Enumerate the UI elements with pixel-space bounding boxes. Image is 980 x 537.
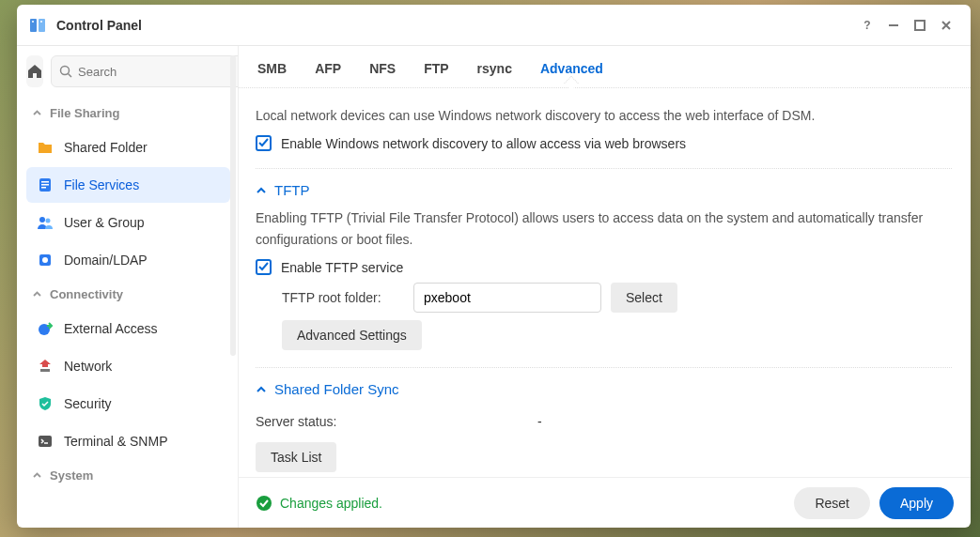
home-icon (26, 63, 43, 80)
chevron-up-icon (256, 185, 267, 196)
check-circle-icon (256, 495, 272, 512)
discovery-checkbox[interactable] (256, 135, 272, 151)
sync-title: Shared Folder Sync (274, 381, 399, 397)
svg-text:?: ? (863, 19, 870, 32)
sidebar-item-user-group[interactable]: User & Group (26, 205, 230, 240)
svg-rect-6 (915, 21, 925, 30)
svg-rect-10 (41, 184, 49, 186)
tab-smb[interactable]: SMB (256, 57, 288, 87)
sidebar-item-label: Network (64, 359, 112, 374)
section-header[interactable]: System (26, 461, 230, 490)
tftp-select-button[interactable]: Select (611, 283, 677, 313)
users-icon (36, 213, 54, 232)
sidebar-item-label: External Access (64, 321, 158, 336)
sync-section-header[interactable]: Shared Folder Sync (256, 368, 952, 407)
apply-button[interactable]: Apply (879, 487, 954, 519)
footer: Changes applied. Reset Apply (239, 477, 971, 528)
search-input[interactable] (78, 65, 236, 79)
close-button[interactable] (933, 12, 959, 38)
chevron-up-icon (32, 108, 42, 118)
svg-rect-11 (41, 187, 46, 189)
svg-point-13 (46, 219, 51, 223)
chevron-up-icon (32, 289, 42, 299)
file-icon (36, 176, 54, 194)
domain-icon (36, 251, 54, 269)
tab-advanced[interactable]: Advanced (538, 57, 605, 87)
search-icon (59, 65, 72, 78)
section-header[interactable]: File Sharing (26, 99, 230, 128)
sidebar: File SharingShared FolderFile ServicesUs… (17, 46, 239, 528)
svg-rect-17 (40, 369, 50, 372)
search-field[interactable] (51, 55, 239, 87)
tab-rsync[interactable]: rsync (475, 57, 514, 87)
tab-afp[interactable]: AFP (313, 57, 343, 87)
sidebar-item-file-services[interactable]: File Services (26, 167, 230, 203)
status-message: Changes applied. (256, 495, 785, 512)
sidebar-item-domain-ldap[interactable]: Domain/LDAP (26, 242, 230, 278)
svg-rect-9 (41, 181, 49, 183)
tftp-enable-checkbox[interactable] (256, 259, 272, 275)
folder-icon (36, 138, 54, 157)
chevron-up-icon (256, 384, 267, 395)
titlebar: Control Panel ? (17, 5, 971, 46)
discovery-description: Local network devices can use Windows ne… (256, 105, 952, 126)
reset-button[interactable]: Reset (794, 487, 870, 519)
svg-rect-18 (39, 436, 52, 447)
sidebar-item-network[interactable]: Network (26, 348, 230, 384)
window-title: Control Panel (56, 18, 854, 33)
globe-icon (36, 319, 54, 338)
sidebar-item-label: User & Group (64, 215, 145, 230)
svg-point-7 (61, 67, 70, 75)
window: Control Panel ? File SharingShared Folde… (17, 5, 971, 528)
svg-point-12 (39, 217, 45, 222)
sidebar-item-label: Domain/LDAP (64, 253, 148, 268)
sidebar-item-label: Shared Folder (64, 140, 148, 155)
tftp-root-input[interactable] (413, 283, 601, 313)
tftp-description: Enabling TFTP (Trivial File Transfer Pro… (256, 207, 952, 250)
section-label: File Sharing (50, 106, 119, 120)
sidebar-item-label: Terminal & SNMP (64, 434, 167, 449)
section-label: Connectivity (50, 287, 123, 301)
discovery-checkbox-label: Enable Windows network discovery to allo… (281, 136, 686, 151)
sidebar-scrollbar[interactable] (230, 55, 236, 356)
task-list-button[interactable]: Task List (256, 442, 336, 472)
content-scroll[interactable]: Local network devices can use Windows ne… (239, 88, 971, 477)
sidebar-item-external-access[interactable]: External Access (26, 311, 230, 346)
tftp-section-header[interactable]: TFTP (256, 169, 952, 207)
sidebar-item-terminal-snmp[interactable]: Terminal & SNMP (26, 423, 230, 459)
sidebar-item-security[interactable]: Security (26, 386, 230, 422)
svg-rect-5 (889, 24, 898, 26)
tftp-title: TFTP (274, 182, 310, 198)
svg-rect-1 (39, 19, 45, 32)
sidebar-item-label: File Services (64, 177, 139, 192)
sidebar-item-shared-folder[interactable]: Shared Folder (26, 130, 230, 165)
terminal-icon (36, 432, 54, 451)
content: SMBAFPNFSFTPrsyncAdvanced Local network … (239, 46, 971, 528)
svg-point-3 (40, 21, 42, 23)
maximize-button[interactable] (907, 12, 933, 38)
tftp-root-label: TFTP root folder: (282, 290, 404, 305)
tab-bar: SMBAFPNFSFTPrsyncAdvanced (239, 46, 971, 88)
tftp-enable-label: Enable TFTP service (281, 260, 403, 275)
body: File SharingShared FolderFile ServicesUs… (17, 46, 971, 528)
home-button[interactable] (26, 55, 43, 87)
sidebar-item-label: Security (64, 396, 112, 411)
server-status-label: Server status: (256, 414, 537, 429)
tab-ftp[interactable]: FTP (422, 57, 450, 87)
network-icon (36, 357, 54, 376)
tab-nfs[interactable]: NFS (367, 57, 397, 87)
app-icon (28, 16, 47, 35)
minimize-button[interactable] (880, 12, 907, 38)
help-button[interactable]: ? (854, 12, 880, 38)
server-status-value: - (537, 414, 542, 429)
svg-point-19 (257, 496, 272, 511)
svg-rect-0 (30, 19, 37, 32)
chevron-up-icon (32, 470, 42, 481)
section-label: System (50, 468, 93, 483)
shield-icon (36, 394, 54, 413)
svg-point-2 (32, 21, 34, 23)
tftp-advanced-button[interactable]: Advanced Settings (282, 320, 422, 350)
svg-point-15 (42, 257, 48, 263)
section-header[interactable]: Connectivity (26, 280, 230, 309)
